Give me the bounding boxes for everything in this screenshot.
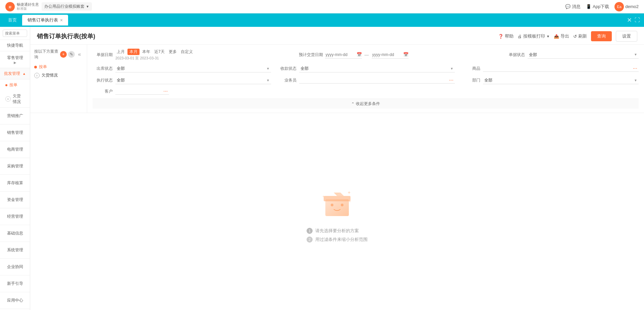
svg-point-5 [341,204,343,206]
sidebar-item-ecommerce[interactable]: 电商管理 [0,141,30,158]
expected-date-end[interactable] [372,51,402,58]
collapse-icon: ⌃ [351,102,355,106]
nav-tabs: 首页 销售订单执行表 × ✕ ⛶ [0,13,644,27]
calendar-start-icon: 📅 [357,52,362,57]
date-field: 单据日期 上月 本月 本年 近7天 更多 自定义 20 [93,49,293,61]
print-icon: 🖨 [518,34,522,39]
payment-status-select[interactable]: 全部 未收款 部分收款 已收款 [299,65,455,72]
download-icon: 📱 [586,4,591,9]
salesperson-label: 业务员 [276,78,297,83]
sidebar-item-marketing[interactable]: 营销推广 [0,108,30,124]
doc-status-label: 单据状态 [505,52,525,58]
circle-icon: ○ [5,96,11,102]
sidebar-item-debt[interactable]: ○ 欠货情况 [0,91,30,107]
message-button[interactable]: 💬 消息 [565,4,581,10]
exec-status-select[interactable]: 全部 执行中 已完成 [115,76,271,84]
refresh-button[interactable]: ↺ 刷新 [573,33,587,39]
app-selector[interactable]: 办公用品行业模拟账套 ▼ [42,2,92,11]
sidebar-item-wholesale-mgmt[interactable]: 批发管理 ▲ [0,68,30,80]
sidebar-item-enterprise[interactable]: 企业协同 [0,259,30,275]
date-tab-this-month[interactable]: 本月 [127,49,140,55]
filter-panel: 按以下方案查询 + ✎ « 按单 ○ 欠货情况 [30,45,644,113]
customer-picker-button[interactable]: ··· [162,88,169,94]
search-input[interactable] [3,30,27,37]
nav-tabs-right: ✕ ⛶ [627,16,644,24]
sidebar-item-purchase[interactable]: 采购管理 [0,158,30,175]
content-area: 销售订单执行表(按单) ❓ 帮助 🖨 按模板打印 ▼ 📤 导出 [30,27,644,310]
doc-status-select-wrapper: 全部 草稿 已审核 已完成 ▼ [528,51,639,59]
exec-status-wrapper: 全部 执行中 已完成 ▼ [115,76,271,84]
date-tab-last-month[interactable]: 上月 [115,49,126,55]
edit-scheme-button[interactable]: ✎ [68,51,75,58]
svg-text:✦: ✦ [322,195,325,198]
logo-area: 好 畅捷通好生意 标准版 [5,2,39,11]
sidebar-item-finance[interactable]: 资金管理 [0,192,30,208]
export-icon: 📤 [554,34,559,39]
maximize-icon[interactable]: ⛶ [635,17,640,23]
filter-row-1: 单据日期 上月 本月 本年 近7天 更多 自定义 20 [93,49,639,61]
logo-text: 畅捷通好生意 标准版 [17,2,39,11]
sidebar: 快捷导航 零售管理 ▶ 批发管理 ▲ 按单 ○ 欠货情况 营销推广 销售管理 [0,27,30,310]
expected-date-start[interactable] [325,51,355,58]
sidebar-item-operations[interactable]: 经营管理 [0,208,30,225]
close-window-icon[interactable]: ✕ [627,16,632,24]
filter-fields: 单据日期 上月 本月 本年 近7天 更多 自定义 20 [87,45,644,113]
collapse-more-button[interactable]: ⌃ 收起更多条件 [93,99,639,109]
sidebar-item-by-order[interactable]: 按单 [0,80,30,91]
sidebar-item-basic-info[interactable]: 基础信息 [0,225,30,242]
salesperson-picker-button[interactable]: ··· [448,77,455,83]
date-range-text: 2023-03-01 至 2023-03-31 [115,56,293,61]
chevron-right-icon: ▶ [14,61,16,64]
date-tab-custom[interactable]: 自定义 [179,49,194,55]
sidebar-item-quick-nav[interactable]: 快捷导航 [0,40,30,51]
header-left: 好 畅捷通好生意 标准版 办公用品行业模拟账套 ▼ [5,2,92,11]
department-field: 部门 全部 ▼ [460,76,639,84]
date-tab-7days[interactable]: 近7天 [153,49,166,55]
payment-status-label: 收款状态 [276,66,297,71]
collapse-scheme-button[interactable]: « [76,51,83,58]
header-right: 💬 消息 📱 App下载 Ea demo2 [565,2,639,11]
filter-row-2: 出库状态 全部 未出库 部分出库 已出库 ▼ [93,65,639,72]
warehouse-status-label: 出库状态 [93,66,113,71]
payment-status-field: 收款状态 全部 未收款 部分收款 已收款 ▼ [276,65,455,72]
scheme-item-debt[interactable]: ○ 欠货情况 [34,71,83,80]
help-button[interactable]: ❓ 帮助 [498,33,514,39]
tip-number-2: 2 [307,237,313,243]
user-profile[interactable]: Ea demo2 [614,2,639,11]
query-button[interactable]: 查询 [591,31,612,41]
warehouse-status-field: 出库状态 全部 未出库 部分出库 已出库 ▼ [93,65,271,72]
date-tab-this-year[interactable]: 本年 [141,49,152,55]
sidebar-item-guide[interactable]: 新手引导 [0,275,30,292]
page-actions: ❓ 帮助 🖨 按模板打印 ▼ 📤 导出 ↺ 刷新 [498,31,637,42]
department-label: 部门 [460,78,480,83]
sidebar-item-app-center[interactable]: 应用中心 [0,292,30,309]
exec-status-field: 执行状态 全部 执行中 已完成 ▼ [93,76,271,84]
app-download-button[interactable]: 📱 App下载 [586,4,609,10]
sidebar-item-system[interactable]: 系统管理 [0,242,30,259]
export-button[interactable]: 📤 导出 [554,33,569,39]
department-select[interactable]: 全部 [483,76,639,84]
sidebar-item-inventory[interactable]: 库存核算 [0,175,30,192]
scheme-item-by-order[interactable]: 按单 [34,63,83,71]
tab-sales-exec[interactable]: 销售订单执行表 × [22,15,68,25]
scheme-title: 按以下方案查询 + ✎ « [34,49,83,60]
wholesale-submenu: 按单 ○ 欠货情况 [0,80,30,108]
sidebar-item-retail-mgmt[interactable]: 零售管理 ▶ [0,51,30,68]
print-button[interactable]: 🖨 按模板打印 ▼ [518,33,550,39]
chevron-down-icon: ▼ [546,35,550,38]
add-scheme-button[interactable]: + [60,51,67,58]
warehouse-status-wrapper: 全部 未出库 部分出库 已出库 ▼ [115,65,271,72]
settings-button[interactable]: 设置 [616,31,637,42]
warehouse-status-select[interactable]: 全部 未出库 部分出库 已出库 [115,65,271,72]
doc-status-select[interactable]: 全部 草稿 已审核 已完成 [528,51,639,58]
date-tab-more[interactable]: 更多 [167,49,178,55]
tab-home[interactable]: 首页 [3,15,22,25]
goods-picker-button[interactable]: ··· [632,65,639,71]
sidebar-item-sales-mgmt[interactable]: 销售管理 [0,124,30,141]
close-tab-icon[interactable]: × [60,18,63,22]
chevron-down-icon: ▲ [22,72,26,75]
page-header: 销售订单执行表(按单) ❓ 帮助 🖨 按模板打印 ▼ 📤 导出 [30,27,644,45]
salesperson-field: 业务员 ··· [276,77,455,84]
filter-row-4: 客户 ··· [93,88,639,95]
empty-state: ✦ ✦ ✦ 1 请先选择要分析的方案 2 用过滤条件来缩小分析范围 [30,113,644,310]
